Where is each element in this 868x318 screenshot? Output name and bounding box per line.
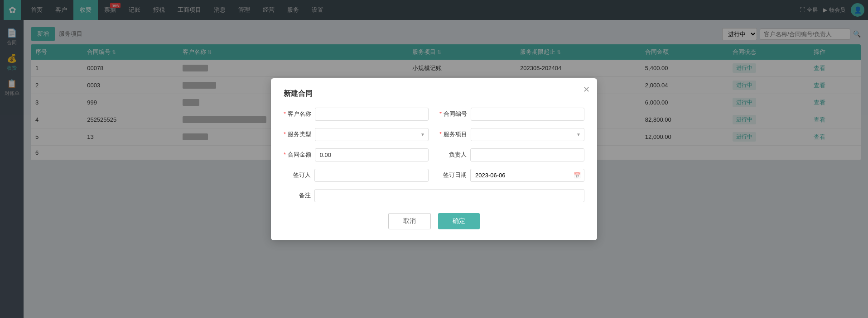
responsible-label: 负责人: [439, 151, 467, 159]
service-type-select-wrap: [315, 128, 429, 141]
contract-amount-input[interactable]: [315, 148, 429, 161]
service-item-select[interactable]: [471, 128, 584, 141]
modal-footer: 取消 确定: [284, 213, 584, 229]
modal-title: 新建合同: [284, 89, 584, 99]
cancel-button[interactable]: 取消: [388, 213, 431, 229]
customer-name-input[interactable]: [315, 108, 429, 121]
form-row-customer: 客户名称: [284, 108, 429, 121]
sign-date-label: 签订日期: [439, 171, 467, 179]
remark-input[interactable]: [314, 189, 584, 202]
signatory-label: 签订人: [284, 171, 311, 179]
form-row-service-type: 服务类型: [284, 128, 429, 141]
form-row-sign-date: 签订日期: [439, 169, 584, 182]
remark-label: 备注: [284, 191, 311, 199]
form-row-amount: 合同金额: [284, 148, 429, 161]
responsible-input[interactable]: [470, 148, 584, 161]
contract-no-input[interactable]: [471, 108, 584, 121]
form-row-service-item: 服务项目: [439, 128, 584, 141]
sign-date-input[interactable]: [470, 169, 584, 182]
customer-name-label: 客户名称: [284, 110, 311, 118]
modal-overlay: ✕ 新建合同 客户名称 合同编号 服务类型 服: [0, 0, 868, 318]
service-type-select[interactable]: [315, 128, 429, 141]
form-row-remark: 备注: [284, 189, 584, 202]
confirm-button[interactable]: 确定: [438, 213, 480, 229]
contract-amount-label: 合同金额: [284, 151, 311, 159]
signatory-input[interactable]: [314, 169, 429, 182]
service-type-label: 服务类型: [284, 130, 311, 138]
modal-form: 客户名称 合同编号 服务类型 服务项目: [284, 108, 584, 202]
sign-date-wrap: [470, 169, 584, 182]
new-contract-modal: ✕ 新建合同 客户名称 合同编号 服务类型 服: [271, 78, 597, 240]
service-item-label: 服务项目: [439, 130, 467, 138]
service-item-select-wrap: [471, 128, 584, 141]
modal-close-button[interactable]: ✕: [583, 85, 590, 95]
contract-no-label: 合同编号: [439, 110, 467, 118]
form-row-signatory: 签订人: [284, 169, 429, 182]
form-row-responsible: 负责人: [439, 148, 584, 161]
form-row-contract-no: 合同编号: [439, 108, 584, 121]
